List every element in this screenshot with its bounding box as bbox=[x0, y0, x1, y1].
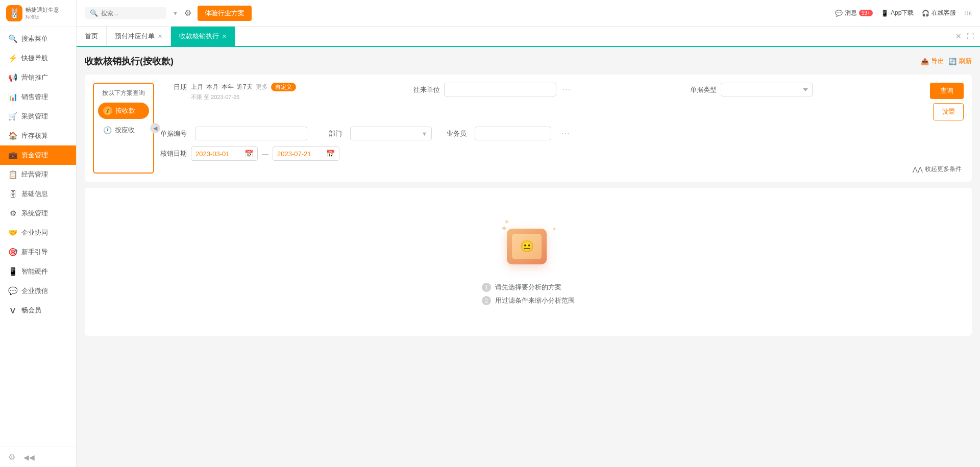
verify-date-start-cal-icon[interactable]: 📅 bbox=[244, 150, 253, 158]
wechat-icon: 💬 bbox=[8, 286, 17, 296]
filter-sidebar-collapse[interactable]: ◀ bbox=[150, 123, 160, 133]
verify-date-label: 核销日期 bbox=[160, 149, 187, 158]
partner-input[interactable] bbox=[444, 83, 556, 96]
purchase-icon: 🛒 bbox=[8, 112, 17, 121]
sidebar-label-operation: 经营管理 bbox=[21, 170, 48, 179]
settings-button[interactable]: 设置 bbox=[933, 103, 964, 120]
tab-prepay-close[interactable]: ✕ bbox=[158, 33, 162, 40]
sidebar-label-marketing: 营销推广 bbox=[21, 73, 48, 82]
industry-solution-button[interactable]: 体验行业方案 bbox=[198, 6, 252, 21]
dept-select[interactable] bbox=[355, 130, 419, 137]
guide-icon: 🎯 bbox=[8, 248, 17, 257]
page-header: 收款核销执行(按收款) 📤 导出 🔄 刷新 bbox=[85, 55, 972, 67]
collapse-sidebar-button[interactable]: ◀◀ bbox=[23, 453, 35, 461]
date-this-year[interactable]: 本年 bbox=[222, 83, 234, 91]
app-download-button[interactable]: 📱 App下载 bbox=[881, 9, 914, 17]
filter-sidebar-title: 按以下方案查询 bbox=[98, 89, 149, 97]
hint-text-2: 用过滤条件来缩小分析范围 bbox=[495, 296, 575, 305]
date-custom-badge[interactable]: 自定义 bbox=[271, 83, 296, 91]
sidebar-item-purchase[interactable]: 🛒 采购管理 bbox=[0, 107, 76, 126]
sidebar-item-system[interactable]: ⚙ 系统管理 bbox=[0, 204, 76, 223]
logo-icon: 🐰 bbox=[6, 5, 22, 21]
empty-spark-right: ✦ bbox=[552, 226, 557, 233]
refresh-button[interactable]: 🔄 刷新 bbox=[948, 57, 972, 66]
date-last-7-days[interactable]: 近7天 bbox=[237, 83, 253, 91]
staff-input[interactable] bbox=[475, 127, 551, 140]
date-this-month[interactable]: 本月 bbox=[206, 83, 218, 91]
sidebar-label-member: 畅会员 bbox=[21, 306, 41, 315]
tab-expand-icon[interactable]: ⛶ bbox=[967, 32, 974, 40]
export-label: 导出 bbox=[931, 57, 944, 66]
tabbar-spacer bbox=[235, 27, 949, 46]
filter-scheme-sidebar: 按以下方案查询 💰 按收款 🕐 按应收 ◀ bbox=[93, 83, 154, 174]
doc-no-input[interactable] bbox=[195, 127, 307, 140]
query-button[interactable]: 查询 bbox=[930, 83, 964, 99]
receivable-icon: 🕐 bbox=[103, 126, 112, 134]
sidebar-label-wechat: 企业微信 bbox=[21, 286, 48, 296]
verify-date-end-cal-icon[interactable]: 📅 bbox=[326, 150, 335, 158]
filter-option-by-receipt[interactable]: 💰 按收款 bbox=[98, 103, 149, 119]
settings-icon[interactable]: ⚙ bbox=[8, 452, 15, 462]
export-button[interactable]: 📤 导出 bbox=[921, 57, 944, 66]
message-button[interactable]: 💬 消息 99+ bbox=[835, 9, 873, 17]
sidebar-item-wechat[interactable]: 💬 企业微信 bbox=[0, 281, 76, 301]
tabbar: 首页 预付冲应付单 ✕ 收款核销执行 ✕ ✕ ⛶ bbox=[77, 27, 980, 47]
sidebar-item-basic[interactable]: 🗄 基础信息 bbox=[0, 184, 76, 204]
topbar-search-input[interactable] bbox=[101, 10, 161, 17]
doc-type-select[interactable] bbox=[721, 83, 813, 96]
sidebar-item-guide[interactable]: 🎯 新手引导 bbox=[0, 242, 76, 262]
sidebar-item-sales[interactable]: 📊 销售管理 bbox=[0, 87, 76, 107]
date-last-month[interactable]: 上月 bbox=[191, 83, 203, 91]
sidebar-label-hardware: 智能硬件 bbox=[21, 267, 48, 276]
sidebar-label-sales: 销售管理 bbox=[21, 92, 48, 102]
sidebar: 🐰 畅捷通好生意 标准版 🔍 搜索菜单 ⚡ 快捷导航 📢 营销推广 📊 销售管理… bbox=[0, 0, 77, 467]
sidebar-item-hardware[interactable]: 📱 智能硬件 bbox=[0, 262, 76, 281]
hint-num-1: 1 bbox=[482, 283, 491, 292]
sidebar-item-search[interactable]: 🔍 搜索菜单 bbox=[0, 29, 76, 48]
hint-num-2: 2 bbox=[482, 296, 491, 305]
empty-illustration: 😐 ✦ ✦ ◆ bbox=[498, 218, 559, 275]
refresh-icon: 🔄 bbox=[948, 58, 957, 65]
sidebar-item-marketing[interactable]: 📢 营销推广 bbox=[0, 68, 76, 87]
sidebar-item-operation[interactable]: 📋 经营管理 bbox=[0, 165, 76, 184]
online-service-button[interactable]: 🎧 在线客服 bbox=[922, 9, 956, 17]
date-hint: 不限 至 2023-07-26 bbox=[191, 93, 296, 101]
sidebar-item-inventory[interactable]: 🏠 库存核算 bbox=[0, 126, 76, 145]
marketing-icon: 📢 bbox=[8, 73, 17, 82]
staff-dots-btn[interactable]: ··· bbox=[559, 129, 572, 138]
user-name[interactable]: Rit bbox=[964, 10, 972, 17]
date-shortcuts: 上月 本月 本年 近7天 更多 自定义 bbox=[191, 83, 296, 91]
tab-verify[interactable]: 收款核销执行 ✕ bbox=[171, 27, 235, 46]
quicknav-icon: ⚡ bbox=[8, 54, 17, 63]
online-service-label: 在线客服 bbox=[932, 9, 956, 17]
topbar-gear-icon[interactable]: ⚙ bbox=[184, 8, 191, 18]
finance-icon: 💼 bbox=[8, 151, 17, 160]
tabbar-icons: ✕ ⛶ bbox=[949, 27, 980, 46]
filter-option-by-receivable[interactable]: 🕐 按应收 bbox=[98, 122, 149, 138]
sidebar-nav: 🔍 搜索菜单 ⚡ 快捷导航 📢 营销推广 📊 销售管理 🛒 采购管理 🏠 库存核… bbox=[0, 27, 76, 447]
tab-close-all-icon[interactable]: ✕ bbox=[955, 32, 962, 40]
empty-face: 😐 bbox=[512, 234, 542, 259]
receivable-label: 按应收 bbox=[115, 126, 135, 135]
sidebar-label-system: 系统管理 bbox=[21, 209, 48, 218]
app-download-label: App下载 bbox=[891, 9, 914, 17]
topbar-search-box[interactable]: 🔍 bbox=[85, 7, 166, 19]
collapse-more-button[interactable]: ⋀⋀ 收起更多条件 bbox=[913, 165, 964, 174]
verify-date-end-input[interactable] bbox=[277, 150, 323, 158]
sidebar-item-collab[interactable]: 🤝 企业协同 bbox=[0, 223, 76, 242]
basic-icon: 🗄 bbox=[8, 190, 17, 199]
sidebar-label-inventory: 库存核算 bbox=[21, 131, 48, 140]
message-badge: 99+ bbox=[859, 10, 873, 16]
app-badge: 标准版 bbox=[26, 14, 59, 20]
tab-verify-close[interactable]: ✕ bbox=[222, 33, 227, 40]
date-more[interactable]: 更多 bbox=[256, 83, 268, 91]
tab-prepay[interactable]: 预付冲应付单 ✕ bbox=[107, 27, 171, 46]
tab-home[interactable]: 首页 bbox=[77, 27, 107, 46]
sidebar-item-member[interactable]: V 畅会员 bbox=[0, 301, 76, 320]
partner-dots-btn[interactable]: ··· bbox=[560, 85, 573, 94]
system-icon: ⚙ bbox=[8, 209, 17, 218]
sidebar-item-finance[interactable]: 💼 资金管理 bbox=[0, 145, 76, 165]
sidebar-item-quicknav[interactable]: ⚡ 快捷导航 bbox=[0, 48, 76, 68]
sales-icon: 📊 bbox=[8, 92, 17, 102]
verify-date-start-input[interactable] bbox=[195, 150, 241, 158]
